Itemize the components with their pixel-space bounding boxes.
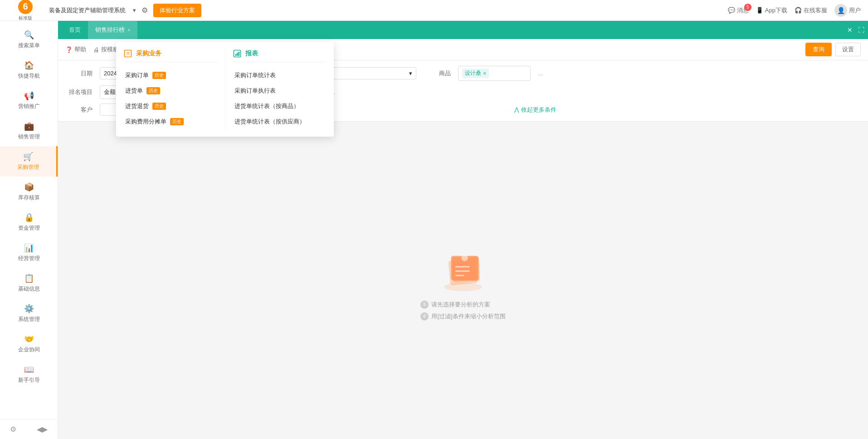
menu-item-purchase-order-exec[interactable]: 采购订单执行表 bbox=[233, 83, 327, 99]
tab-sales-ranking-label: 销售排行榜 bbox=[95, 26, 125, 34]
sidebar-settings-btn[interactable]: ⚙ bbox=[10, 425, 16, 434]
online-service-item[interactable]: 🎧 在线客服 bbox=[795, 6, 827, 15]
report-section-label: 报表 bbox=[245, 49, 258, 58]
menu-item-purchase-order[interactable]: 采购订单 历史 bbox=[123, 68, 218, 83]
goods-tag: 设计桑 × bbox=[462, 69, 489, 78]
sidebar-bottom: ⚙ ◀▶ bbox=[0, 419, 58, 439]
sidebar-item-search[interactable]: 🔍 搜索菜单 bbox=[0, 25, 58, 55]
print-icon: 🖨 bbox=[93, 46, 99, 53]
purchase-dropdown-menu: 采购业务 采购订单 历史 进货单 历史 进货退货 历史 bbox=[116, 42, 334, 137]
user-avatar: 👤 bbox=[834, 4, 847, 17]
sidebar-item-finance[interactable]: 🔒 资金管理 bbox=[0, 207, 58, 237]
purchase-business-section: 采购业务 采购订单 历史 进货单 历史 进货退货 历史 bbox=[123, 49, 218, 129]
purchase-icon: 🛒 bbox=[23, 152, 33, 162]
tab-close-icon[interactable]: × bbox=[127, 27, 130, 33]
customer-label: 客户 bbox=[65, 106, 93, 114]
help-icon: ❓ bbox=[65, 46, 73, 53]
collapse-label: 收起更多条件 bbox=[521, 106, 556, 114]
collapse-btn[interactable]: ⋀ 收起更多条件 bbox=[514, 106, 556, 114]
sidebar-collapse-btn[interactable]: ◀▶ bbox=[37, 425, 48, 434]
menu-item-purchase-order-exec-label: 采购订单执行表 bbox=[234, 87, 276, 95]
logo-text: 标准版 bbox=[19, 15, 32, 21]
rank-label: 排名项目 bbox=[65, 88, 93, 96]
history-badge-4: 历史 bbox=[170, 118, 184, 125]
top-right: 💬 消息 5 📱 App下载 🎧 在线客服 👤 用户 bbox=[728, 4, 861, 17]
sidebar-item-basic[interactable]: 📋 基础信息 bbox=[0, 268, 58, 298]
empty-hints: ① 请先选择要分析的方案 ② 用[过滤]条件来缩小分析范围 bbox=[420, 301, 505, 321]
headset-icon: 🎧 bbox=[795, 7, 802, 14]
search-icon: 🔍 bbox=[24, 30, 34, 40]
goods-input[interactable]: 设计桑 × bbox=[458, 66, 531, 81]
empty-hint-1: ① 请先选择要分析的方案 bbox=[420, 301, 505, 309]
tab-home-label: 首页 bbox=[69, 26, 81, 34]
sidebar-item-label-inventory: 库存核算 bbox=[18, 194, 40, 202]
hint2-num: ② bbox=[420, 312, 429, 321]
menu-item-purchase-order-stat-label: 采购订单统计表 bbox=[234, 71, 276, 79]
sidebar-item-purchase[interactable]: 🛒 采购管理 bbox=[0, 146, 58, 177]
sidebar-item-label-operations: 经营管理 bbox=[18, 255, 40, 262]
menu-item-purchase-order-stat[interactable]: 采购订单统计表 bbox=[233, 68, 327, 83]
svg-rect-12 bbox=[235, 54, 236, 56]
collab-icon: 🤝 bbox=[24, 334, 34, 344]
sidebar-nav: 🔍 搜索菜单 🏠 快捷导航 📢 营销推广 💼 销售管理 🛒 采购管 bbox=[0, 21, 58, 419]
app-download-item[interactable]: 📱 App下载 bbox=[756, 6, 787, 15]
finance-icon: 🔒 bbox=[24, 212, 34, 222]
sidebar-item-system[interactable]: ⚙️ 系统管理 bbox=[0, 298, 58, 329]
sidebar-item-label-guide: 新手引导 bbox=[18, 376, 40, 384]
status-select-dropdown: ▾ bbox=[409, 70, 412, 77]
sidebar-item-marketing[interactable]: 📢 营销推广 bbox=[0, 85, 58, 116]
menu-item-purchase-stock[interactable]: 进货单 历史 bbox=[123, 83, 218, 99]
settings-btn[interactable]: 设置 bbox=[835, 43, 861, 56]
dropdown-arrow-icon[interactable]: ▾ bbox=[133, 7, 136, 14]
marketing-icon: 📢 bbox=[24, 91, 34, 101]
inventory-icon: 📦 bbox=[24, 182, 34, 192]
goods-more-btn[interactable]: ... bbox=[538, 70, 543, 77]
app-download-label: App下载 bbox=[765, 6, 787, 15]
menu-item-purchase-expense[interactable]: 采购费用分摊单 历史 bbox=[123, 114, 218, 129]
tab-maximize-action[interactable]: ⛶ bbox=[858, 26, 864, 34]
rank-select-value: 金额 bbox=[104, 88, 116, 96]
logo-area: 6 标准版 bbox=[7, 0, 44, 21]
notification-item[interactable]: 💬 消息 5 bbox=[728, 6, 749, 15]
industry-btn[interactable]: 体验行业方案 bbox=[153, 4, 201, 17]
sidebar-item-inventory[interactable]: 📦 库存核算 bbox=[0, 177, 58, 207]
settings-icon[interactable]: ⚙ bbox=[141, 6, 148, 15]
hint2-text: 用[过滤]条件来缩小分析范围 bbox=[431, 312, 505, 321]
sidebar-item-quicknav[interactable]: 🏠 快捷导航 bbox=[0, 55, 58, 85]
history-badge-3: 历史 bbox=[152, 103, 166, 110]
sales-icon: 💼 bbox=[24, 121, 34, 131]
history-badge-2: 历史 bbox=[146, 87, 160, 94]
menu-item-purchase-return[interactable]: 进货退货 历史 bbox=[123, 99, 218, 114]
logo-icon: 6 bbox=[18, 0, 33, 14]
sidebar-item-guide[interactable]: 📖 新手引导 bbox=[0, 359, 58, 390]
goods-tag-close[interactable]: × bbox=[483, 70, 486, 77]
sidebar-item-label-search: 搜索菜单 bbox=[18, 42, 40, 49]
sidebar-item-label-quicknav: 快捷导航 bbox=[18, 72, 40, 80]
menu-item-stock-stat-supplier[interactable]: 进货单统计表（按供应商） bbox=[233, 114, 327, 129]
hint1-num: ① bbox=[420, 301, 429, 309]
tab-close-action[interactable]: ✕ bbox=[847, 26, 853, 34]
tab-actions: ✕ ⛶ bbox=[847, 26, 864, 34]
report-section: 报表 采购订单统计表 采购订单执行表 进货单统计表（按商品） 进货单统计表（按供… bbox=[233, 49, 327, 129]
tab-home[interactable]: 首页 bbox=[62, 21, 88, 39]
user-item[interactable]: 👤 用户 bbox=[834, 4, 861, 17]
sidebar-item-label-sales: 销售管理 bbox=[18, 133, 40, 141]
guide-icon: 📖 bbox=[24, 365, 34, 375]
tab-sales-ranking[interactable]: 销售排行榜 × bbox=[88, 21, 137, 39]
menu-item-stock-stat-goods[interactable]: 进货单统计表（按商品） bbox=[233, 99, 327, 114]
menu-item-purchase-return-label: 进货退货 bbox=[125, 102, 149, 110]
menu-item-purchase-expense-label: 采购费用分摊单 bbox=[125, 118, 166, 126]
sidebar-item-label-marketing: 营销推广 bbox=[18, 103, 40, 110]
sidebar-item-operations[interactable]: 📊 经营管理 bbox=[0, 237, 58, 268]
goods-tag-label: 设计桑 bbox=[465, 69, 481, 77]
help-btn[interactable]: ❓ 帮助 bbox=[65, 45, 86, 54]
query-btn[interactable]: 查询 bbox=[805, 43, 832, 56]
sidebar-item-label-basic: 基础信息 bbox=[18, 285, 40, 293]
history-badge-1: 历史 bbox=[152, 72, 166, 79]
sidebar-item-collab[interactable]: 🤝 企业协同 bbox=[0, 329, 58, 359]
sidebar-item-sales[interactable]: 💼 销售管理 bbox=[0, 116, 58, 146]
menu-item-purchase-order-label: 采购订单 bbox=[125, 71, 149, 79]
content-area: 首页 销售排行榜 × ✕ ⛶ ❓ 帮助 🖨 按模板 bbox=[58, 21, 868, 439]
username-label: 用户 bbox=[849, 6, 861, 15]
status-select[interactable]: ▾ bbox=[326, 67, 416, 79]
